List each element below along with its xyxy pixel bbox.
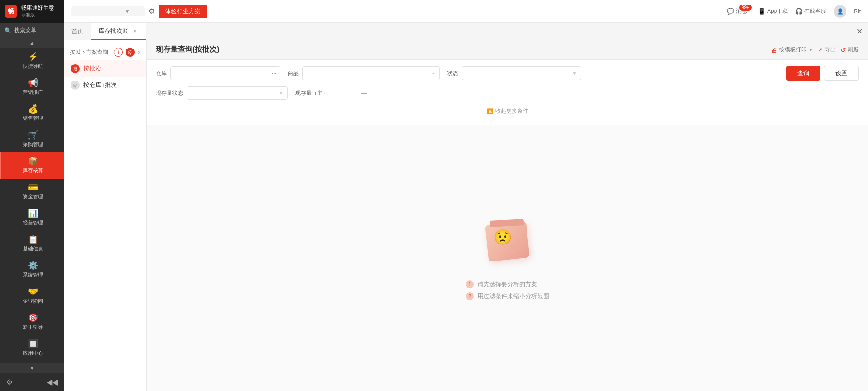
nav-label-purchase: 采购管理 xyxy=(23,141,43,148)
scheme-query-label: 按以下方案查询 xyxy=(70,49,108,56)
empty-hint-2: 2 用过滤条件来缩小分析范围 xyxy=(466,292,549,300)
sidebar-item-system[interactable]: ⚙️ 系统管理 xyxy=(0,257,64,283)
tab-panel-close-btn[interactable]: ✕ xyxy=(851,27,868,36)
right-content: 现存量查询(按批次) 🖨 按模板打印 ▼ ↗ 导出 ↺ 刷新 xyxy=(147,40,868,391)
print-chevron-icon[interactable]: ▼ xyxy=(808,47,813,52)
add-scheme-btn[interactable]: + xyxy=(114,48,123,57)
settings-button[interactable]: 设置 xyxy=(824,66,859,81)
search-menu-label: 搜索菜单 xyxy=(14,27,36,34)
sidebar-item-marketing[interactable]: 📢 营销推广 xyxy=(0,74,64,100)
online-service-btn[interactable]: 🎧 在线客服 xyxy=(795,7,826,15)
sidebar-scroll-down[interactable]: ▼ xyxy=(0,363,64,373)
topbar-right: 💬 消息 99+ 📱 App下载 🎧 在线客服 👤 Rit xyxy=(727,5,861,18)
status-chevron-icon: ▼ xyxy=(572,71,577,76)
warehouse-input-box[interactable]: ··· xyxy=(170,66,280,80)
message-btn[interactable]: 💬 消息 99+ xyxy=(727,7,747,15)
qty-range: — xyxy=(332,87,405,99)
nav-label-operation: 经营管理 xyxy=(23,219,43,226)
sidebar-item-inventory[interactable]: 📦 库存核算 xyxy=(0,152,64,179)
scheme-by-warehouse-batch[interactable]: ◎ 按仓库+批次 xyxy=(64,77,146,93)
sidebar: 畅 畅康通好生意 标准版 🔍 搜索菜单 ▲ ⚡ 快捷导航 📢 营销推广 💰 销售… xyxy=(0,0,64,391)
collapse-panel-btn[interactable]: « xyxy=(137,49,141,55)
inventory-status-select[interactable]: ▼ xyxy=(187,86,288,100)
inventory-qty-filter-block: 现存量（主） — xyxy=(295,87,405,99)
refresh-icon: ↺ xyxy=(841,46,846,54)
message-badge: 99+ xyxy=(739,5,752,11)
basic-icon: 📋 xyxy=(28,235,38,244)
app-brand: 畅康通好生意 标准版 xyxy=(21,5,54,18)
warehouse-input[interactable] xyxy=(175,70,272,76)
phone-icon: 📱 xyxy=(758,8,765,15)
tab-home[interactable]: 首页 xyxy=(64,23,91,40)
refresh-btn[interactable]: ↺ 刷新 xyxy=(841,46,859,54)
app-logo: 畅 xyxy=(5,5,17,18)
target-scheme-btn[interactable]: ◎ xyxy=(126,48,135,57)
nav-label-inventory: 库存核算 xyxy=(23,167,43,174)
qty-max-input[interactable] xyxy=(369,87,396,99)
headset-icon: 🎧 xyxy=(795,8,802,15)
query-action-group: 查询 设置 xyxy=(786,66,859,81)
page-header: 现存量查询(按批次) 🖨 按模板打印 ▼ ↗ 导出 ↺ 刷新 xyxy=(147,40,868,60)
empty-hint-1: 1 请先选择要分析的方案 xyxy=(466,280,537,288)
topbar-search-input[interactable] xyxy=(76,8,122,15)
topbar: ▼ ⚙ 体验行业方案 💬 消息 99+ 📱 App下载 🎧 在线客服 👤 Rit xyxy=(64,0,868,23)
purchase-icon: 🛒 xyxy=(28,131,38,139)
inventory-icon: 📦 xyxy=(28,157,38,165)
sidebar-search[interactable]: 🔍 搜索菜单 xyxy=(0,23,64,38)
sidebar-item-basic[interactable]: 📋 基础信息 xyxy=(0,231,64,257)
finance-icon: 💳 xyxy=(28,183,38,191)
sidebar-item-sales[interactable]: 💰 销售管理 xyxy=(0,100,64,126)
warehouse-more-icon[interactable]: ··· xyxy=(272,70,276,76)
goods-input[interactable] xyxy=(307,70,431,76)
topbar-chevron-icon[interactable]: ▼ xyxy=(125,8,130,15)
sidebar-scroll-up[interactable]: ▲ xyxy=(0,38,64,48)
sales-icon: 💰 xyxy=(28,105,38,113)
export-label: 导出 xyxy=(825,46,836,54)
topbar-gear-icon[interactable]: ⚙ xyxy=(148,7,155,16)
scheme-batch-label: 按批次 xyxy=(83,65,101,73)
status-label: 状态 xyxy=(447,70,458,77)
qty-min-input[interactable] xyxy=(332,87,359,99)
hint-num-2: 2 xyxy=(466,292,474,300)
collapse-sidebar-icon[interactable]: ◀◀ xyxy=(47,378,58,386)
sidebar-footer: ⚙ ◀◀ xyxy=(0,373,64,391)
goods-more-icon[interactable]: ··· xyxy=(431,70,436,76)
collapse-filters-btn[interactable]: 🔼 收起更多条件 xyxy=(156,103,859,119)
quick-nav-icon: ⚡ xyxy=(28,53,38,61)
sidebar-item-app-center[interactable]: 🔲 应用中心 xyxy=(0,335,64,361)
inventory-status-filter-block: 现存量状态 ▼ xyxy=(156,86,288,100)
export-btn[interactable]: ↗ 导出 xyxy=(818,46,836,54)
status-select[interactable]: ▼ xyxy=(462,66,581,80)
tab-inventory-batch[interactable]: 库存批次账 × xyxy=(91,23,146,40)
inventory-qty-label: 现存量（主） xyxy=(295,89,328,97)
goods-input-box[interactable]: ··· xyxy=(302,66,440,80)
sidebar-item-enterprise[interactable]: 🤝 企业协同 xyxy=(0,283,64,309)
sidebar-item-newbie[interactable]: 🎯 新手引导 xyxy=(0,309,64,335)
print-btn[interactable]: 🖨 按模板打印 ▼ xyxy=(771,46,813,54)
sidebar-item-finance[interactable]: 💳 资金管理 xyxy=(0,179,64,205)
app-download-btn[interactable]: 📱 App下载 xyxy=(758,7,788,15)
sidebar-item-operation[interactable]: 📊 经营管理 xyxy=(0,205,64,231)
service-label: 在线客服 xyxy=(804,7,826,15)
trial-button[interactable]: 体验行业方案 xyxy=(159,5,207,18)
query-button[interactable]: 查询 xyxy=(786,66,820,81)
sidebar-item-purchase[interactable]: 🛒 采购管理 xyxy=(0,126,64,152)
sidebar-header: 畅 畅康通好生意 标准版 xyxy=(0,0,64,23)
scheme-warehouse-batch-label: 按仓库+批次 xyxy=(83,81,117,89)
message-icon: 💬 xyxy=(727,8,734,15)
collapse-filters-label: 收起更多条件 xyxy=(495,107,528,115)
scheme-by-batch[interactable]: 批 按批次 xyxy=(64,60,146,77)
sidebar-item-quick-nav[interactable]: ⚡ 快捷导航 xyxy=(0,48,64,74)
search-icon: 🔍 xyxy=(5,27,11,34)
tabbar: 首页 库存批次账 × ✕ xyxy=(64,23,868,40)
filter-area: 仓库 ··· 商品 ··· 状态 xyxy=(147,60,868,125)
nav-label-newbie: 新手引导 xyxy=(23,324,43,331)
user-avatar[interactable]: 👤 xyxy=(834,5,846,18)
settings-icon[interactable]: ⚙ xyxy=(6,378,13,386)
hint-text-1: 请先选择要分析的方案 xyxy=(478,280,537,288)
topbar-search-wrap[interactable]: ▼ xyxy=(71,6,145,16)
home-tab-label: 首页 xyxy=(71,27,83,36)
hint-num-1: 1 xyxy=(466,280,474,288)
brand-sub: 标准版 xyxy=(21,12,54,18)
tab-close-icon[interactable]: × xyxy=(131,27,138,35)
